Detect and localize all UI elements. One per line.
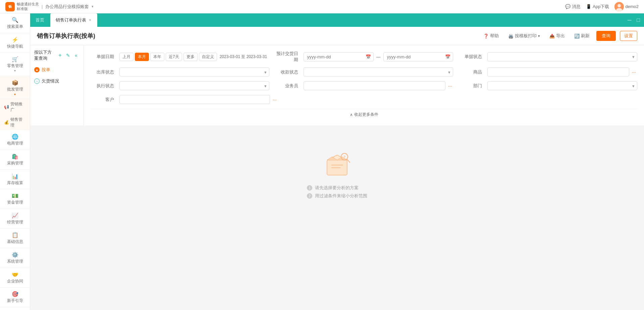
page-header: 销售订单执行表(按单) ❓ 帮助 🖨️ 按模板打印 ▾ 📤 导出: [30, 27, 644, 45]
sidebar-item-app-center[interactable]: 📱 应用中心: [0, 307, 30, 310]
sidebar-sub-sales[interactable]: 💰 销售管理: [0, 115, 30, 130]
filter-row-4: 客户 ···: [91, 95, 637, 104]
date-label: 单据日期: [91, 54, 114, 60]
sidebar-item-enterprise[interactable]: 🤝 企业协同: [0, 268, 30, 288]
quick-nav-icon: ⚡: [12, 37, 18, 43]
sidebar-item-basic-info[interactable]: 📋 基础信息: [0, 228, 30, 248]
expected-start-input[interactable]: [304, 52, 374, 61]
retail-icon: 🛒: [12, 56, 18, 62]
sidebar-item-inventory[interactable]: 📊 库存核算: [0, 170, 30, 190]
new-guide-icon: 🎯: [12, 291, 18, 297]
department-wrapper: ▾: [487, 81, 637, 90]
date-separator: —: [376, 54, 381, 59]
user-menu[interactable]: demo2: [614, 2, 639, 11]
department-select[interactable]: [487, 81, 637, 90]
retail-arrow: ▾: [14, 69, 16, 72]
salesperson-wrapper: ···: [304, 81, 453, 90]
date-btn-this-year[interactable]: 本年: [150, 53, 164, 61]
customer-input[interactable]: [119, 95, 270, 104]
expected-delivery-control: 📅 — 📅: [304, 52, 453, 61]
export-icon: 📤: [549, 34, 555, 39]
sidebar-item-operation[interactable]: 📈 经营管理: [0, 209, 30, 229]
date-btn-7days[interactable]: 近7天: [166, 53, 182, 61]
filter-row-2: 出库状态 ▾ 收款状态 ▾: [91, 67, 637, 76]
salesperson-input[interactable]: [304, 81, 445, 90]
window-maximize-button[interactable]: □: [635, 16, 641, 24]
svg-text:?: ?: [343, 155, 345, 159]
customer-wrapper: ···: [119, 95, 278, 104]
product-ellipsis-icon[interactable]: ···: [631, 69, 637, 75]
main-layout: 🔍 搜索菜单 ⚡ 快捷导航 🛒 零售管理 ▾ 📦 批发管理 ▴ 📢 营销推广 💰…: [0, 13, 644, 310]
doc-status-label: 单据状态: [459, 54, 482, 60]
collapse-button[interactable]: ∧ 收起更多条件: [91, 109, 637, 120]
sidebar-item-finance[interactable]: 💵 资金管理: [0, 189, 30, 209]
sidebar-item-purchase[interactable]: 🛍️ 采购管理: [0, 150, 30, 170]
basic-info-icon: 📋: [12, 232, 18, 238]
sidebar-item-wholesale[interactable]: 📦 批发管理 ▴: [0, 76, 30, 100]
date-filter-control: 上月 本月 本年 近7天 更多 自定义 2023-03-01 至 2023-03…: [119, 53, 269, 61]
sidebar-item-system[interactable]: ⚙️ 系统管理: [0, 248, 30, 268]
outbound-status-wrapper: ▾: [119, 67, 269, 76]
sidebar-item-search-menu[interactable]: 🔍 搜索菜单: [0, 13, 30, 33]
sidebar-item-quick-nav[interactable]: ⚡ 快捷导航: [0, 33, 30, 53]
outbound-label: 出库状态: [91, 69, 114, 75]
page-title: 销售订单执行表(按单): [37, 32, 95, 40]
message-button[interactable]: 💬 消息: [565, 4, 581, 10]
outbound-status-select[interactable]: [119, 67, 269, 76]
salesperson-ellipsis-icon[interactable]: ···: [447, 83, 453, 89]
date-range-text: 2023-03-01 至 2023-03-31: [220, 54, 267, 60]
scheme-item-欠货情况[interactable]: ○ 欠货情况: [30, 75, 84, 87]
sidebar-item-ecommerce[interactable]: 🌐 电商管理: [0, 130, 30, 150]
export-button[interactable]: 📤 导出: [547, 32, 568, 40]
sidebar-item-retail[interactable]: 🛒 零售管理 ▾: [0, 53, 30, 76]
refresh-icon: 🔄: [574, 34, 580, 39]
search-menu-icon: 🔍: [12, 17, 18, 23]
collapse-up-icon: ∧: [350, 112, 353, 117]
refresh-button[interactable]: 🔄 刷新: [572, 32, 592, 40]
date-btn-more[interactable]: 更多: [183, 53, 198, 61]
window-minimize-button[interactable]: ─: [626, 16, 633, 24]
print-arrow-icon: ▾: [538, 34, 540, 38]
sidebar-item-new-guide[interactable]: 🎯 新手引导: [0, 288, 30, 307]
section-divider: [30, 125, 644, 128]
scheme-header: 按以下方案查询 + ✎ «: [30, 49, 84, 64]
date-btn-last-month[interactable]: 上月: [119, 53, 133, 61]
header-right: 💬 消息 📱 App下载 demo2: [565, 2, 639, 11]
main-panel: 按以下方案查询 + ✎ « ● 按单 ○ 欠货情况: [30, 45, 644, 125]
collection-status-select[interactable]: [304, 67, 453, 76]
app-download-button[interactable]: 📱 App下载: [586, 4, 609, 10]
help-button[interactable]: ❓ 帮助: [481, 32, 501, 40]
date-range: 2023-03-01 至 2023-03-31: [220, 54, 269, 60]
logo-area: 畅 畅捷通好生意 标准版: [5, 2, 39, 11]
settings-button[interactable]: 设置: [620, 31, 637, 41]
empty-tip-2: 2 用过滤条件来缩小分析范围: [307, 193, 367, 199]
execution-status-select[interactable]: [119, 81, 269, 90]
expected-end-input[interactable]: [383, 52, 453, 61]
customer-ellipsis-icon[interactable]: ···: [271, 97, 278, 102]
logo-text: 畅捷通好生意 标准版: [17, 2, 39, 11]
product-input[interactable]: [487, 67, 629, 76]
doc-status-select[interactable]: [487, 52, 637, 61]
query-button[interactable]: 查询: [596, 31, 616, 41]
svg-point-1: [618, 4, 621, 7]
product-label: 商品: [459, 69, 482, 75]
scheme-collapse-button[interactable]: «: [73, 52, 79, 59]
date-btn-custom[interactable]: 自定义: [199, 53, 217, 61]
scheme-item-按单[interactable]: ● 按单: [30, 64, 84, 75]
finance-icon: 💵: [12, 193, 18, 199]
scheme-edit-button[interactable]: ✎: [65, 52, 71, 59]
sales-order-tab[interactable]: 销售订单执行表 ×: [50, 13, 97, 27]
tab-close-icon[interactable]: ×: [88, 17, 92, 23]
sidebar-sub-marketing[interactable]: 📢 营销推广: [0, 99, 30, 115]
scheme-add-button[interactable]: +: [57, 52, 63, 59]
home-tab[interactable]: 首页: [30, 13, 50, 27]
date-btn-this-month[interactable]: 本月: [135, 53, 149, 61]
breadcrumb-dropdown-icon[interactable]: ▾: [92, 4, 94, 9]
avatar: [614, 2, 624, 11]
filter-row-3: 执行状态 ▾ 业务员 ··· 部门: [91, 81, 637, 90]
sidebar: 🔍 搜索菜单 ⚡ 快捷导航 🛒 零售管理 ▾ 📦 批发管理 ▴ 📢 营销推广 💰…: [0, 13, 30, 310]
system-icon: ⚙️: [12, 252, 18, 258]
logo-icon: 畅: [5, 2, 15, 11]
wholesale-submenu: 📢 营销推广 💰 销售管理: [0, 99, 30, 130]
template-print-button[interactable]: 🖨️ 按模板打印 ▾: [505, 32, 543, 40]
